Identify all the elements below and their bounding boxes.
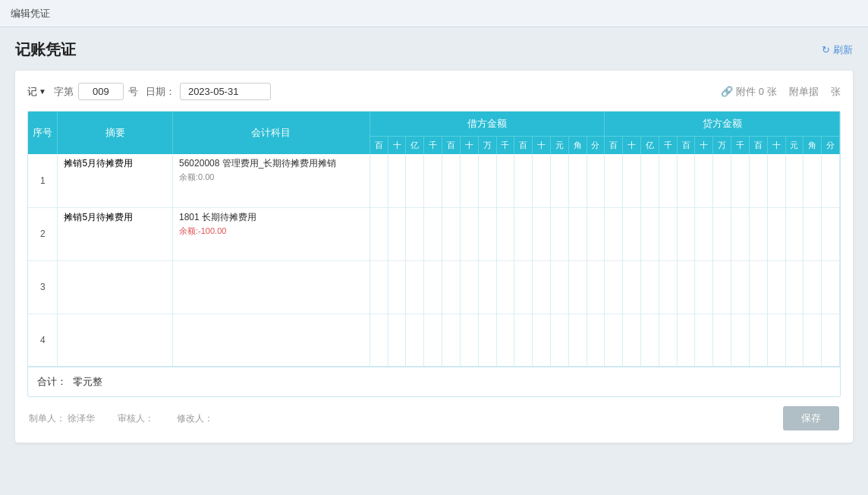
debit-cell-4-6[interactable]	[478, 314, 496, 367]
debit-cell-3-2[interactable]	[406, 260, 424, 314]
debit-cell-2-6[interactable]	[478, 207, 496, 260]
refresh-button[interactable]: ↻ 刷新	[822, 43, 853, 57]
credit-cell-3-17[interactable]	[677, 260, 695, 314]
credit-cell-4-24[interactable]	[804, 314, 822, 367]
cell-account-4[interactable]	[173, 314, 370, 367]
debit-cell-3-0[interactable]	[370, 260, 388, 314]
debit-cell-2-1[interactable]	[388, 207, 406, 260]
debit-cell-1-7[interactable]	[496, 154, 514, 207]
credit-cell-1-22[interactable]	[767, 154, 785, 207]
credit-cell-3-15[interactable]	[641, 260, 659, 314]
cell-summary-2[interactable]: 摊销5月待摊费用	[58, 207, 173, 260]
debit-cell-4-7[interactable]	[496, 314, 514, 367]
credit-cell-1-15[interactable]	[641, 154, 659, 207]
debit-cell-4-9[interactable]	[533, 314, 551, 367]
credit-cell-3-23[interactable]	[785, 260, 804, 314]
credit-cell-1-24[interactable]	[804, 154, 822, 207]
credit-cell-1-13[interactable]	[605, 154, 623, 207]
credit-cell-4-17[interactable]	[677, 314, 695, 367]
debit-cell-4-12[interactable]	[587, 314, 605, 367]
voucher-type-button[interactable]: 记 ▼	[27, 85, 46, 99]
credit-cell-2-20[interactable]	[731, 207, 750, 260]
credit-cell-4-23[interactable]	[785, 314, 804, 367]
credit-cell-3-24[interactable]	[804, 260, 822, 314]
debit-cell-4-2[interactable]	[406, 314, 424, 367]
debit-cell-1-8[interactable]	[514, 154, 533, 207]
debit-cell-2-4[interactable]	[442, 207, 461, 260]
credit-cell-2-18[interactable]	[695, 207, 713, 260]
debit-cell-1-3[interactable]	[424, 154, 442, 207]
cell-account-3[interactable]	[173, 260, 370, 314]
credit-cell-3-21[interactable]	[749, 260, 767, 314]
debit-cell-4-1[interactable]	[388, 314, 406, 367]
credit-cell-3-18[interactable]	[695, 260, 713, 314]
credit-cell-1-17[interactable]	[677, 154, 695, 207]
debit-cell-1-10[interactable]	[550, 154, 568, 207]
credit-cell-4-22[interactable]	[767, 314, 785, 367]
credit-cell-1-14[interactable]	[623, 154, 641, 207]
debit-cell-2-11[interactable]	[568, 207, 587, 260]
debit-cell-1-12[interactable]	[587, 154, 605, 207]
credit-cell-1-20[interactable]	[731, 154, 750, 207]
credit-cell-4-16[interactable]	[659, 314, 677, 367]
date-input[interactable]	[180, 83, 271, 100]
debit-cell-1-1[interactable]	[388, 154, 406, 207]
debit-cell-3-7[interactable]	[496, 260, 514, 314]
debit-cell-4-0[interactable]	[370, 314, 388, 367]
credit-cell-1-16[interactable]	[659, 154, 677, 207]
credit-cell-2-24[interactable]	[804, 207, 822, 260]
credit-cell-1-18[interactable]	[695, 154, 713, 207]
credit-cell-2-22[interactable]	[767, 207, 785, 260]
credit-cell-3-16[interactable]	[659, 260, 677, 314]
credit-cell-1-23[interactable]	[785, 154, 804, 207]
credit-cell-4-14[interactable]	[623, 314, 641, 367]
credit-cell-1-19[interactable]	[713, 154, 731, 207]
cell-seq-3[interactable]: 3	[28, 260, 58, 314]
credit-cell-3-20[interactable]	[731, 260, 750, 314]
debit-cell-2-9[interactable]	[533, 207, 551, 260]
credit-cell-2-23[interactable]	[785, 207, 804, 260]
debit-cell-4-11[interactable]	[568, 314, 587, 367]
debit-cell-2-10[interactable]	[550, 207, 568, 260]
credit-cell-4-25[interactable]	[822, 314, 840, 367]
credit-cell-4-18[interactable]	[695, 314, 713, 367]
debit-cell-2-8[interactable]	[514, 207, 533, 260]
credit-cell-2-14[interactable]	[623, 207, 641, 260]
debit-cell-1-6[interactable]	[478, 154, 496, 207]
debit-cell-1-4[interactable]	[442, 154, 461, 207]
debit-cell-1-2[interactable]	[406, 154, 424, 207]
credit-cell-3-13[interactable]	[605, 260, 623, 314]
debit-cell-2-7[interactable]	[496, 207, 514, 260]
debit-cell-1-5[interactable]	[460, 154, 478, 207]
debit-cell-4-5[interactable]	[460, 314, 478, 367]
debit-cell-3-1[interactable]	[388, 260, 406, 314]
zi-di-input[interactable]	[78, 83, 124, 100]
credit-cell-2-13[interactable]	[605, 207, 623, 260]
debit-cell-3-3[interactable]	[424, 260, 442, 314]
credit-cell-4-19[interactable]	[713, 314, 731, 367]
save-button[interactable]: 保存	[783, 406, 839, 430]
credit-cell-1-25[interactable]	[822, 154, 840, 207]
debit-cell-4-8[interactable]	[514, 314, 533, 367]
debit-cell-2-5[interactable]	[460, 207, 478, 260]
debit-cell-3-5[interactable]	[460, 260, 478, 314]
debit-cell-4-10[interactable]	[550, 314, 568, 367]
attach-link[interactable]: 🔗 附件 0 张	[721, 85, 777, 99]
debit-cell-2-2[interactable]	[406, 207, 424, 260]
debit-cell-3-12[interactable]	[587, 260, 605, 314]
credit-cell-2-17[interactable]	[677, 207, 695, 260]
credit-cell-1-21[interactable]	[749, 154, 767, 207]
credit-cell-3-25[interactable]	[822, 260, 840, 314]
cell-seq-4[interactable]: 4	[28, 314, 58, 367]
credit-cell-3-19[interactable]	[713, 260, 731, 314]
credit-cell-2-19[interactable]	[713, 207, 731, 260]
debit-cell-2-3[interactable]	[424, 207, 442, 260]
credit-cell-2-16[interactable]	[659, 207, 677, 260]
cell-seq-2[interactable]: 2	[28, 207, 58, 260]
debit-cell-3-9[interactable]	[533, 260, 551, 314]
debit-cell-1-11[interactable]	[568, 154, 587, 207]
credit-cell-2-21[interactable]	[749, 207, 767, 260]
debit-cell-2-12[interactable]	[587, 207, 605, 260]
debit-cell-3-11[interactable]	[568, 260, 587, 314]
cell-summary-3[interactable]	[58, 260, 173, 314]
